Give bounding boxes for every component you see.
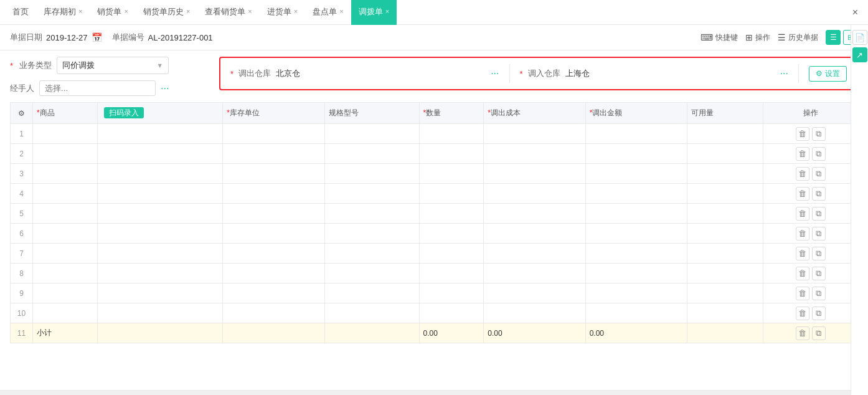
handler-more-button[interactable]: ··· [161, 83, 169, 94]
unit-cell[interactable] [223, 224, 324, 244]
scan-button[interactable]: 扫码录入 [104, 107, 144, 118]
unit-cell[interactable] [223, 244, 324, 264]
cost-cell[interactable] [484, 264, 585, 283]
copy-icon[interactable]: ⧉ [812, 307, 826, 320]
product-cell[interactable] [33, 204, 98, 224]
product-cell[interactable] [33, 184, 98, 204]
tab-transfer[interactable]: 调拨单 × [351, 0, 397, 25]
product-cell[interactable] [33, 244, 98, 264]
copy-icon[interactable]: ⧉ [812, 187, 826, 201]
tab-view-sales[interactable]: 查看销货单 × [197, 0, 259, 25]
tab-home[interactable]: 首页 [5, 0, 36, 25]
delete-icon[interactable]: 🗑 [796, 267, 809, 280]
tab-inventory-init[interactable]: 库存期初 × [36, 0, 90, 25]
qty-cell[interactable] [419, 244, 484, 264]
product-cell[interactable] [33, 144, 98, 164]
cost-cell[interactable] [484, 204, 585, 224]
spec-cell[interactable] [324, 164, 419, 184]
tab-sales-order-close[interactable]: × [124, 8, 128, 15]
delete-icon[interactable]: 🗑 [796, 167, 809, 181]
delete-icon[interactable]: 🗑 [796, 287, 809, 300]
window-close-button[interactable]: × [847, 7, 863, 18]
copy-icon[interactable]: ⧉ [812, 267, 826, 280]
delete-icon[interactable]: 🗑 [796, 247, 809, 260]
tab-sales-order[interactable]: 销货单 × [90, 0, 135, 25]
delete-icon[interactable]: 🗑 [796, 147, 809, 161]
tab-transfer-close[interactable]: × [385, 8, 389, 15]
horizontal-scrollbar[interactable] [0, 390, 868, 395]
amount-cell[interactable] [585, 204, 687, 224]
delete-icon[interactable]: 🗑 [796, 187, 809, 201]
cost-cell[interactable] [484, 144, 585, 164]
qty-cell[interactable] [419, 124, 484, 144]
copy-icon[interactable]: ⧉ [812, 147, 826, 161]
tab-inventory-init-close[interactable]: × [78, 8, 82, 15]
unit-cell[interactable] [223, 283, 324, 303]
settings-button[interactable]: ⚙ 设置 [809, 66, 847, 82]
amount-cell[interactable] [585, 244, 687, 264]
copy-icon[interactable]: ⧉ [812, 287, 826, 300]
list-view-button[interactable]: ☰ [826, 30, 841, 45]
product-cell[interactable] [33, 303, 98, 323]
qty-cell[interactable] [419, 144, 484, 164]
qty-cell[interactable] [419, 224, 484, 244]
amount-cell[interactable] [585, 303, 687, 323]
product-cell[interactable] [33, 264, 98, 283]
unit-cell[interactable] [223, 204, 324, 224]
product-cell[interactable] [33, 124, 98, 144]
unit-cell[interactable] [223, 144, 324, 164]
cost-cell[interactable] [484, 283, 585, 303]
spec-cell[interactable] [324, 224, 419, 244]
delete-icon[interactable]: 🗑 [796, 207, 809, 221]
spec-cell[interactable] [324, 124, 419, 144]
cost-cell[interactable] [484, 164, 585, 184]
delete-icon[interactable]: 🗑 [796, 227, 809, 240]
tab-inventory-check-close[interactable]: × [339, 8, 343, 15]
amount-cell[interactable] [585, 224, 687, 244]
spec-cell[interactable] [324, 264, 419, 283]
sidebar-export-button[interactable]: ↗ [852, 47, 867, 62]
copy-icon[interactable]: ⧉ [812, 247, 826, 260]
tab-purchase-order-close[interactable]: × [294, 8, 298, 15]
qty-cell[interactable] [419, 164, 484, 184]
amount-cell[interactable] [585, 144, 687, 164]
unit-cell[interactable] [223, 164, 324, 184]
amount-cell[interactable] [585, 124, 687, 144]
spec-cell[interactable] [324, 244, 419, 264]
shortcuts-button[interactable]: ⌨ 快捷键 [701, 32, 738, 43]
history-button[interactable]: ☰ 历史单据 [778, 32, 818, 43]
qty-cell[interactable] [419, 303, 484, 323]
spec-cell[interactable] [324, 283, 419, 303]
unit-cell[interactable] [223, 124, 324, 144]
qty-cell[interactable] [419, 184, 484, 204]
delete-icon[interactable]: 🗑 [796, 326, 809, 340]
cost-cell[interactable] [484, 303, 585, 323]
qty-cell[interactable] [419, 264, 484, 283]
cost-cell[interactable] [484, 184, 585, 204]
spec-cell[interactable] [324, 204, 419, 224]
copy-icon[interactable]: ⧉ [812, 127, 826, 141]
qty-cell[interactable] [419, 204, 484, 224]
amount-cell[interactable] [585, 164, 687, 184]
tab-purchase-order[interactable]: 进货单 × [260, 0, 305, 25]
spec-cell[interactable] [324, 303, 419, 323]
amount-cell[interactable] [585, 264, 687, 283]
delete-icon[interactable]: 🗑 [796, 307, 809, 320]
handler-input[interactable] [39, 80, 156, 96]
tab-view-sales-close[interactable]: × [248, 8, 252, 15]
unit-cell[interactable] [223, 264, 324, 283]
cost-cell[interactable] [484, 244, 585, 264]
product-cell[interactable] [33, 283, 98, 303]
warehouse-in-more-button[interactable]: ··· [780, 68, 788, 79]
copy-icon[interactable]: ⧉ [812, 326, 826, 340]
amount-cell[interactable] [585, 184, 687, 204]
col-gear[interactable]: ⚙ [11, 103, 33, 124]
product-cell[interactable] [33, 224, 98, 244]
qty-cell[interactable] [419, 283, 484, 303]
tab-inventory-check[interactable]: 盘点单 × [305, 0, 351, 25]
business-type-select[interactable]: 同价调拨 ▼ [57, 57, 169, 74]
unit-cell[interactable] [223, 303, 324, 323]
cost-cell[interactable] [484, 124, 585, 144]
operations-button[interactable]: ⊞ 操作 [745, 32, 770, 43]
spec-cell[interactable] [324, 144, 419, 164]
